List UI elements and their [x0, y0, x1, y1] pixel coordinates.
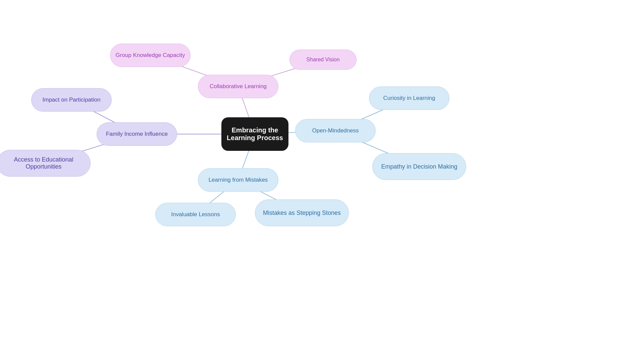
- node-impact-participation[interactable]: Impact on Participation: [31, 88, 112, 112]
- mindmap-container: Embracing the Learning ProcessCollaborat…: [0, 0, 644, 363]
- node-learning-mistakes[interactable]: Learning from Mistakes: [198, 168, 278, 192]
- node-family-income[interactable]: Family Income Influence: [97, 122, 177, 146]
- node-curiosity-learning[interactable]: Curiosity in Learning: [369, 86, 449, 110]
- node-shared-vision[interactable]: Shared Vision: [289, 50, 357, 70]
- node-collaborative-learning[interactable]: Collaborative Learning: [198, 75, 278, 98]
- node-empathy-decision[interactable]: Empathy in Decision Making: [372, 153, 466, 180]
- node-open-mindedness[interactable]: Open-Mindedness: [295, 119, 376, 142]
- node-group-knowledge[interactable]: Group Knowledge Capacity: [110, 44, 191, 67]
- node-access-educational[interactable]: Access to Educational Opportunities: [0, 150, 91, 177]
- center-node[interactable]: Embracing the Learning Process: [221, 117, 288, 151]
- node-stepping-stones[interactable]: Mistakes as Stepping Stones: [255, 199, 349, 226]
- node-invaluable-lessons[interactable]: Invaluable Lessons: [155, 203, 236, 226]
